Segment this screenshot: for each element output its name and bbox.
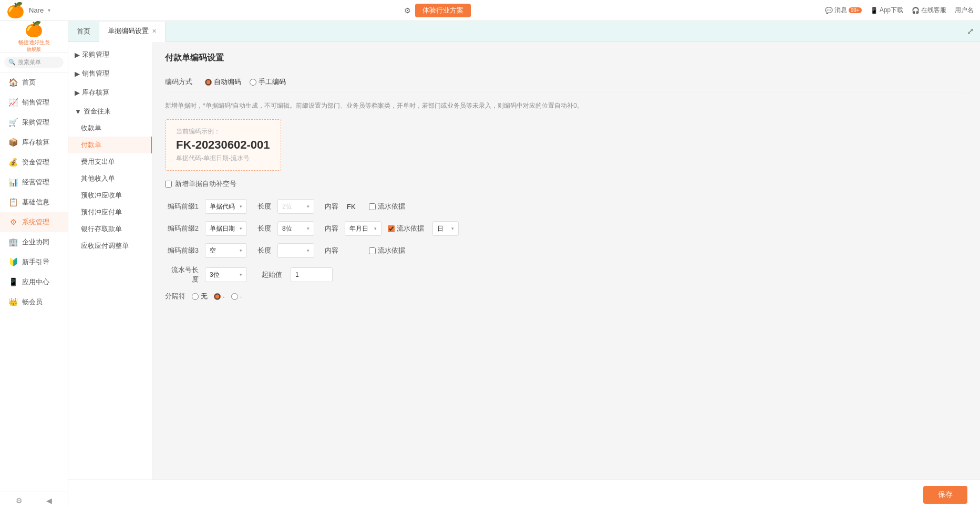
start-value-input[interactable] [291,267,333,282]
prefix2-label: 编码前缀2 [165,224,199,233]
sub-item-label-prepayment: 预付冲应付单 [81,208,122,216]
length1-select[interactable]: 2位 ▾ 2位 3位 [277,199,314,214]
sidebar-item-purchase[interactable]: 🛒 采购管理 [0,112,68,132]
prefix1-select[interactable]: 单据代码 ▾ 单据代码 单据日期 空 [205,199,247,214]
sub-item-adjustment[interactable]: 应收应付调整单 [68,237,152,254]
sales-icon: 📈 [8,98,18,107]
settings-icon[interactable]: ⚙ [404,6,411,15]
sub-group-header-fund[interactable]: ▼ 资金往来 [68,103,152,120]
sub-item-prereceipt[interactable]: 预收冲应收单 [68,187,152,204]
online-service-button[interactable]: 🎧 在线客服 [912,6,946,15]
length3-select[interactable]: ▾ [277,243,314,258]
length3-label: 长度 [257,246,271,255]
sub-group-stock: ▶ 库存核算 [68,84,152,101]
service-label: 在线客服 [921,6,946,15]
sep-dot2-radio[interactable] [231,293,238,300]
sidebar-item-home[interactable]: 🏠 首页 [0,72,68,92]
content1-label: 内容 [325,202,338,211]
sidebar-label-sales: 销售管理 [22,98,49,107]
trial-button[interactable]: 体验行业方案 [415,4,471,17]
tab-home[interactable]: 首页 [68,21,99,41]
sidebar-item-apps[interactable]: 📱 应用中心 [0,272,68,292]
length2-select[interactable]: 8位 ▾ 6位 8位 [277,221,314,236]
sub-item-label-prereceipt: 预收冲应收单 [81,191,122,199]
sidebar-gear-button[interactable]: ⚙ [16,496,23,505]
sub-item-income[interactable]: 其他收入单 [68,170,152,187]
sub-group-header-stock[interactable]: ▶ 库存核算 [68,84,152,101]
sidebar-item-sales[interactable]: 📈 销售管理 [0,92,68,112]
sidebar-label-apps: 应用中心 [22,277,49,287]
tab-bar-actions: ⤢ [967,26,980,36]
sidebar-logo: 🍊 畅捷通好生意 旗舰版 [0,21,68,53]
enterprise-icon: 🏢 [8,237,18,247]
sep-none-option[interactable]: 无 [192,292,208,301]
user-avatar[interactable]: 用户名 [955,6,974,15]
separator-row: 分隔符 无 · · [165,292,967,301]
description-text: 新增单据时，*单据编码*自动生成，不可编辑。前缀设置为部门、业务员等档案类，开单… [165,101,967,111]
separator-options: 无 · · [192,292,242,301]
manual-encoding-radio[interactable] [250,79,256,86]
message-button[interactable]: 💬 消息 99+ [825,6,862,15]
sidebar-search-area[interactable]: 🔍 搜索菜单 [0,53,68,72]
search-icon: 🔍 [8,59,16,66]
auto-encoding-option[interactable]: 自动编码 [205,77,241,87]
sub-item-bank[interactable]: 银行存取款单 [68,221,152,237]
sub-item-prepayment[interactable]: 预付冲应付单 [68,204,152,221]
sidebar-collapse-button[interactable]: ◀ [46,496,52,505]
tab-home-label: 首页 [77,27,90,36]
serial-row: 流水号长度 3位 ▾ 2位 3位 4位 起始值 [165,265,967,284]
content2-select[interactable]: 年月日 ▾ 年月日 年月 [345,221,381,236]
tab-encoding[interactable]: 单据编码设置 ✕ [99,22,166,42]
watermark3-option[interactable]: 流水依据 [369,246,405,255]
length2-label: 长度 [257,224,271,233]
auto-fill-checkbox[interactable] [165,181,172,188]
sidebar-label-guide: 新手引导 [22,257,49,267]
sidebar-item-stock[interactable]: 📦 库存核算 [0,132,68,152]
logo-icon: 🍊 [6,2,25,19]
sub-item-expense[interactable]: 费用支出单 [68,153,152,170]
sidebar-item-fund[interactable]: 💰 资金管理 [0,152,68,172]
sidebar-item-basic[interactable]: 📋 基础信息 [0,192,68,212]
dropdown-arrow-icon[interactable]: ▾ [48,7,50,13]
app-download-button[interactable]: 📱 App下载 [870,6,903,15]
manual-encoding-option[interactable]: 手工编码 [250,77,286,87]
sub-item-label-income: 其他收入单 [81,174,115,182]
tab-close-icon[interactable]: ✕ [152,28,157,35]
sub-group-purchase: ▶ 采购管理 [68,46,152,63]
sub-item-label-adjustment: 应收应付调整单 [81,242,129,250]
sidebar-item-operation[interactable]: 📊 经营管理 [0,172,68,192]
prefix3-select[interactable]: 空 ▾ 单据代码 单据日期 空 [205,243,247,258]
sep-dot-radio[interactable] [214,293,221,300]
save-button[interactable]: 保存 [923,486,967,504]
prefix2-select[interactable]: 单据日期 ▾ 单据代码 单据日期 空 [205,221,247,236]
sidebar-label-purchase: 采购管理 [22,118,49,127]
prefix-row-2: 编码前缀2 单据日期 ▾ 单据代码 单据日期 空 长度 8位 ▾ [165,221,967,236]
sidebar-item-guide[interactable]: 🔰 新手引导 [0,252,68,272]
sub-sidebar: ▶ 采购管理 ▶ 销售管理 ▶ 库存核算 [68,42,152,480]
watermark2-checkbox[interactable] [388,225,395,232]
sidebar-item-enterprise[interactable]: 🏢 企业协同 [0,232,68,252]
serial-length-select[interactable]: 3位 ▾ 2位 3位 4位 [205,267,247,282]
sidebar-item-system[interactable]: ⚙ 系统管理 [0,212,68,232]
user-name: 用户名 [955,6,974,15]
watermark1-checkbox[interactable] [369,203,376,210]
sub-group-header-purchase[interactable]: ▶ 采购管理 [68,46,152,63]
sub-item-payment[interactable]: 付款单 [68,137,152,153]
app-label: App下载 [880,6,903,15]
sub-group-header-sales[interactable]: ▶ 销售管理 [68,65,152,82]
sub-item-receipt[interactable]: 收款单 [68,120,152,137]
sep-none-radio[interactable] [192,293,199,300]
auto-encoding-radio[interactable] [205,79,212,86]
tab-expand-button[interactable]: ⤢ [967,26,974,36]
watermark3-checkbox[interactable] [369,247,376,254]
watermark1-option[interactable]: 流水依据 [369,202,405,211]
sidebar-item-member[interactable]: 👑 畅会员 [0,292,68,312]
watermark2-select[interactable]: 日 ▾ 日 月 年 [432,221,459,236]
app-icon: 📱 [870,7,878,14]
search-inner[interactable]: 🔍 搜索菜单 [4,57,64,68]
search-label: 搜索菜单 [18,58,41,66]
sep-dot-option[interactable]: · [214,293,225,300]
sep-dot2-option[interactable]: · [231,293,242,300]
prefix1-label: 编码前缀1 [165,202,199,211]
watermark2-option[interactable]: 流水依据 [388,224,424,233]
